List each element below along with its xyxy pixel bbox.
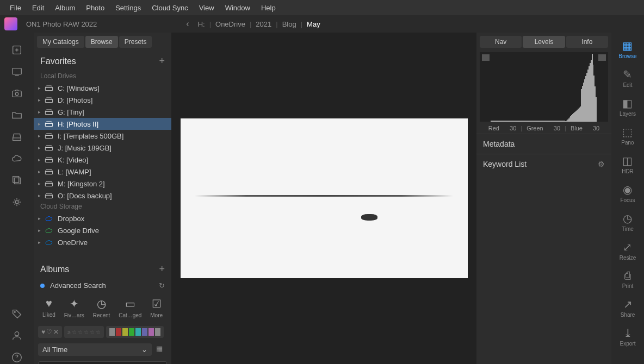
mode-time[interactable]: ◷Time [620, 210, 636, 234]
mode-edit[interactable]: ✎Edit [621, 66, 634, 90]
tab-presets[interactable]: Presets [119, 36, 152, 48]
drive-icon[interactable] [10, 130, 23, 143]
folder-icon[interactable] [10, 109, 23, 122]
rtab-levels[interactable]: Levels [523, 36, 565, 48]
drive-item[interactable]: ▸M: [Kingston 2] [34, 178, 171, 190]
tag-icon[interactable] [10, 307, 23, 321]
keyword-section[interactable]: Keyword List ⚙ [476, 154, 611, 174]
share-icon: ↗ [623, 298, 633, 311]
breadcrumb: ‹ H: |OneDrive|2021|Blog|May [184, 19, 322, 29]
drive-item[interactable]: ▸I: [Templates 500GB] [34, 130, 171, 142]
browse-icon: ▦ [622, 39, 633, 52]
mode-layers[interactable]: ◧Layers [617, 95, 638, 119]
drive-item[interactable]: ▸H: [Photos II] [34, 118, 171, 130]
resize-icon: ⤢ [623, 241, 632, 254]
app-title: ON1 Photo RAW 2022 [26, 20, 97, 28]
mode-resize[interactable]: ⤢Resize [617, 239, 639, 263]
drive-icon [45, 168, 54, 175]
mode-share[interactable]: ↗Share [618, 296, 637, 320]
drive-item[interactable]: ▸L: [WAMP] [34, 166, 171, 178]
like-filter[interactable]: ♥♡✕ [38, 326, 62, 338]
mode-focus[interactable]: ◉Focus [618, 181, 637, 205]
stack-icon[interactable] [10, 174, 23, 187]
drive-item[interactable]: ▸J: [Music 189GB] [34, 142, 171, 154]
histogram[interactable] [480, 52, 608, 122]
breadcrumb-part[interactable]: OneDrive [213, 20, 247, 28]
menu-file[interactable]: File [4, 4, 27, 12]
menu-edit[interactable]: Edit [27, 4, 49, 12]
tab-browse[interactable]: Browse [85, 36, 118, 48]
breadcrumb-root[interactable]: H: [196, 20, 207, 28]
menu-settings[interactable]: Settings [110, 4, 146, 12]
menu-help[interactable]: Help [256, 4, 281, 12]
cloud-icon[interactable] [10, 152, 23, 165]
menu-window[interactable]: Window [220, 4, 256, 12]
time-icon: ◷ [623, 212, 632, 225]
chevron-right-icon: ▸ [38, 109, 45, 115]
rtab-info[interactable]: Info [566, 36, 608, 48]
highlight-clip-icon[interactable] [598, 54, 606, 61]
cloud-service-icon [45, 227, 54, 234]
mode-browse[interactable]: ▦Browse [616, 37, 639, 61]
menu-album[interactable]: Album [49, 4, 81, 12]
back-icon[interactable]: ‹ [184, 19, 191, 29]
mode-export[interactable]: ⤓Export [618, 324, 638, 349]
mode-pano[interactable]: ⬚Pano [619, 123, 636, 148]
menu-photo[interactable]: Photo [81, 4, 110, 12]
hdr-icon: ◫ [622, 154, 633, 167]
drive-item[interactable]: ▸K: [Video] [34, 154, 171, 166]
breadcrumb-part[interactable]: 2021 [253, 20, 274, 28]
cloud-item[interactable]: ▸OneDrive [34, 236, 171, 248]
quick-recent[interactable]: ◷Recent [93, 297, 110, 318]
svg-point-7 [14, 311, 15, 312]
drive-item[interactable]: ▸D: [Photos] [34, 94, 171, 106]
camera-icon[interactable] [10, 87, 23, 100]
menu-cloud-sync[interactable]: Cloud Sync [146, 4, 193, 12]
refresh-icon[interactable]: ↻ [159, 281, 165, 290]
search-input[interactable]: 🔍 Search [38, 361, 167, 364]
add-favorite-icon[interactable]: + [159, 55, 165, 67]
svg-rect-12 [45, 111, 52, 114]
svg-point-3 [15, 92, 18, 96]
svg-rect-13 [45, 123, 52, 126]
drive-item[interactable]: ▸O: [Docs backup] [34, 190, 171, 202]
shadow-clip-icon[interactable] [482, 54, 490, 61]
photo-viewer[interactable] [171, 33, 476, 364]
calendar-icon[interactable]: ▦ [156, 344, 167, 355]
left-panel: My CatalogsBrowsePresets Favorites + Loc… [34, 33, 171, 364]
svg-point-6 [15, 200, 18, 204]
user-icon[interactable] [10, 329, 23, 342]
rating-filter[interactable]: ≥☆☆☆☆☆ [64, 326, 104, 338]
menu-view[interactable]: View [194, 4, 220, 12]
chevron-right-icon: ▸ [38, 181, 45, 186]
mode-print[interactable]: ⎙Print [620, 267, 636, 291]
right-tabs: NavLevelsInfo [476, 33, 611, 51]
breadcrumb-part[interactable]: Blog [280, 20, 299, 28]
drive-item[interactable]: ▸G: [Tiny] [34, 106, 171, 118]
cloud-item[interactable]: ▸Google Drive [34, 224, 171, 236]
smart-album[interactable]: Advanced Search ↻ [34, 279, 171, 292]
gear-icon[interactable]: ⚙ [598, 160, 605, 168]
tab-my-catalogs[interactable]: My Catalogs [37, 36, 84, 48]
breadcrumb-part[interactable]: May [305, 20, 323, 28]
rtab-nav[interactable]: Nav [480, 36, 522, 48]
monitor-icon[interactable] [10, 65, 23, 78]
time-filter-dropdown[interactable]: All Time ⌄ [38, 343, 152, 356]
metadata-section[interactable]: Metadata [476, 134, 611, 154]
drive-icon [45, 144, 54, 152]
local-drives-label: Local Drives [34, 71, 171, 82]
add-album-icon[interactable]: + [159, 263, 165, 275]
help-icon[interactable] [10, 351, 23, 364]
svg-rect-1 [13, 68, 22, 74]
add-icon[interactable] [10, 43, 23, 57]
svg-rect-11 [45, 99, 52, 102]
quick-cat…ged[interactable]: ▭Cat…ged [119, 297, 141, 318]
color-filter[interactable] [106, 326, 164, 338]
sparkle-icon[interactable] [10, 196, 23, 209]
quick-liked[interactable]: ♥Liked [42, 297, 55, 318]
quick-more[interactable]: ☑More [150, 297, 163, 318]
drive-item[interactable]: ▸C: [Windows] [34, 82, 171, 94]
quick-fiv…ars[interactable]: ✦Fiv…ars [64, 297, 84, 318]
mode-hdr[interactable]: ◫HDR [620, 152, 636, 177]
cloud-item[interactable]: ▸Dropbox [34, 212, 171, 224]
